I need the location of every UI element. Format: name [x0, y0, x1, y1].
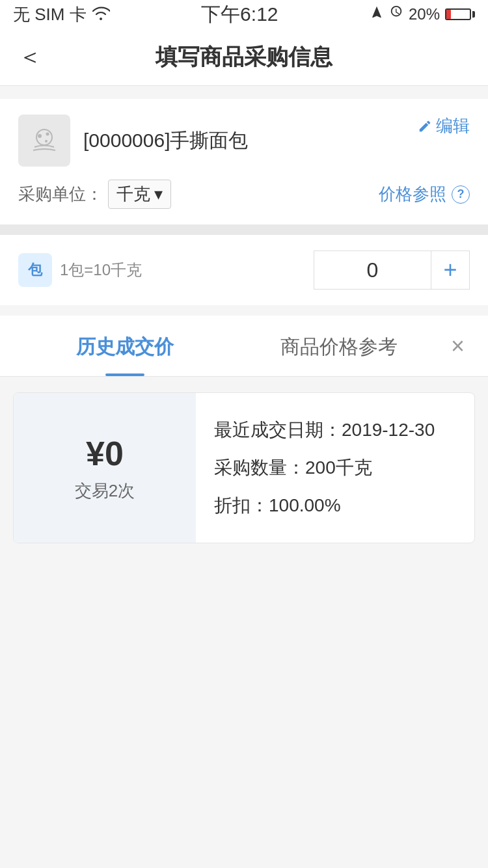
product-header: [0000006]手撕面包 编辑 — [18, 115, 470, 167]
qty-plus-button[interactable]: + — [431, 251, 470, 290]
qty-value: 200千克 — [305, 457, 372, 478]
tab-active-indicator — [105, 373, 144, 376]
edit-label: 编辑 — [436, 115, 470, 137]
nav-bar: ＜ 填写商品采购信息 — [0, 29, 488, 86]
quantity-input[interactable] — [314, 251, 431, 290]
product-left: [0000006]手撕面包 — [18, 115, 248, 167]
svg-point-3 — [45, 140, 47, 142]
main-content: [0000006]手撕面包 编辑 采购单位： 千克 ▾ 价格参照 ? — [0, 99, 488, 868]
card-right: 最近成交日期：2019-12-30 采购数量：200千克 折扣：100.00% — [196, 393, 474, 543]
svg-point-1 — [38, 134, 42, 138]
svg-point-2 — [46, 133, 49, 136]
price-value: 0 — [105, 435, 124, 472]
section-divider — [0, 224, 488, 235]
recent-date-value: 2019-12-30 — [342, 420, 435, 440]
tab-history-price[interactable]: 历史成交价 — [18, 316, 232, 376]
unit-arrow: ▾ — [154, 184, 163, 204]
price-amount: ¥0 — [86, 433, 124, 474]
qty-controls: + — [314, 251, 470, 290]
wifi-icon — [92, 5, 110, 25]
product-name: [0000006]手撕面包 — [83, 128, 248, 154]
help-icon: ? — [452, 185, 470, 204]
status-bar: 无 SIM 卡 下午6:12 20% — [0, 0, 488, 29]
history-card: ¥0 交易2次 最近成交日期：2019-12-30 采购数量：200千克 折扣：… — [13, 392, 475, 543]
discount-label: 折扣： — [214, 495, 269, 515]
status-right: 20% — [370, 5, 475, 23]
page-title: 填写商品采购信息 — [156, 42, 332, 72]
edit-button[interactable]: 编辑 — [418, 115, 470, 137]
back-button[interactable]: ＜ — [18, 41, 42, 73]
carrier-text: 无 SIM 卡 — [13, 3, 87, 26]
card-left: ¥0 交易2次 — [14, 393, 196, 543]
discount-value: 100.00% — [269, 495, 341, 515]
gps-icon — [370, 5, 384, 23]
quantity-row: 包 1包=10千克 + — [0, 235, 488, 305]
recent-date-row: 最近成交日期：2019-12-30 — [214, 416, 456, 444]
status-left: 无 SIM 卡 — [13, 3, 110, 26]
product-meta: 采购单位： 千克 ▾ 价格参照 ? — [18, 180, 470, 209]
qty-label: 采购数量： — [214, 457, 305, 478]
trade-count: 交易2次 — [75, 480, 135, 502]
discount-row: 折扣：100.00% — [214, 492, 456, 519]
qty-row: 采购数量：200千克 — [214, 454, 456, 481]
price-ref-button[interactable]: 价格参照 ? — [379, 183, 470, 206]
battery-icon — [445, 8, 475, 20]
price-ref-label: 价格参照 — [379, 183, 446, 206]
tabs-container: 历史成交价 商品价格参考 × — [0, 316, 488, 377]
tab2-label: 商品价格参考 — [280, 336, 398, 357]
product-card: [0000006]手撕面包 编辑 采购单位： 千克 ▾ 价格参照 ? — [0, 99, 488, 224]
alarm-icon — [389, 5, 403, 23]
unit-short: 包 — [28, 260, 42, 280]
unit-label: 采购单位： 千克 ▾ — [18, 180, 171, 209]
tab-product-price-ref[interactable]: 商品价格参考 — [232, 316, 445, 376]
recent-date-label: 最近成交日期： — [214, 420, 342, 440]
unit-select[interactable]: 千克 ▾ — [108, 180, 171, 209]
unit-info: 包 1包=10千克 — [18, 253, 142, 287]
unit-badge: 包 — [18, 253, 52, 287]
tab1-label: 历史成交价 — [76, 336, 174, 357]
unit-value: 千克 — [116, 183, 150, 206]
product-icon — [18, 115, 70, 167]
time-display: 下午6:12 — [201, 1, 278, 28]
tabs-close-button[interactable]: × — [446, 329, 470, 363]
unit-desc: 1包=10千克 — [60, 260, 142, 280]
currency-symbol: ¥ — [86, 435, 105, 472]
battery-percent: 20% — [409, 5, 440, 23]
